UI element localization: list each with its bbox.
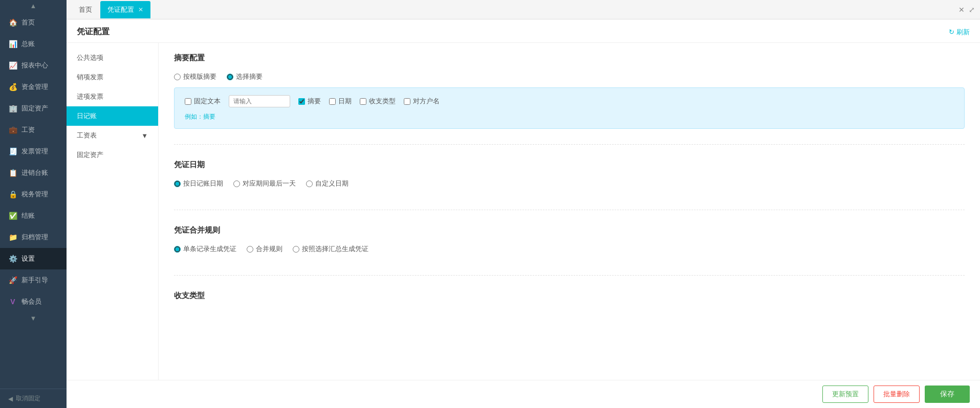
nav-journal[interactable]: 日记账: [67, 106, 158, 126]
counterpart-checkbox-label[interactable]: 对方户名: [404, 97, 440, 106]
nav-payroll[interactable]: 工资表 ▼: [67, 126, 158, 145]
select-mode-option[interactable]: 选择摘要: [227, 72, 263, 81]
invoice-mgr-icon: 🧾: [8, 147, 17, 156]
merge-rules-option[interactable]: 合并规则: [247, 244, 282, 254]
sales-ledger-icon: 📋: [8, 168, 17, 177]
sidebar-item-close[interactable]: ✅ 结账: [0, 205, 67, 226]
income-type-section: 收支类型: [174, 291, 965, 325]
sidebar-scroll-down[interactable]: ▼: [0, 312, 67, 324]
merge-rules-section: 凭证合并规则 单条记录生成凭证 合并规则 按照选择汇总生成凭证: [174, 225, 965, 276]
date-checkbox-label[interactable]: 日期: [329, 97, 352, 106]
summary-config-title: 摘要配置: [174, 53, 965, 63]
select-summary-option[interactable]: 按照选择汇总生成凭证: [293, 244, 368, 254]
fixed-text-checkbox[interactable]: [185, 98, 191, 105]
home-icon: 🏠: [8, 18, 17, 27]
salary-icon: 💼: [8, 125, 17, 134]
body-layout: 公共选项 销项发票 进项发票 日记账 工资表 ▼ 固定资产: [67, 43, 980, 380]
sidebar-item-settings[interactable]: ⚙️ 设置: [0, 248, 67, 269]
sidebar-item-home[interactable]: 🏠 首页: [0, 12, 67, 33]
report-icon: 📈: [8, 61, 17, 70]
tab-home[interactable]: 首页: [72, 1, 99, 18]
bottom-bar: 更新预置 批量删除 保存: [67, 380, 980, 408]
template-mode-radio[interactable]: [174, 74, 181, 80]
tab-actions: ✕ ⤢: [959, 6, 975, 14]
abstract-checkbox-label[interactable]: 摘要: [298, 97, 321, 106]
template-mode-option[interactable]: 按模版摘要: [174, 72, 216, 81]
select-summary-radio[interactable]: [293, 246, 299, 253]
refresh-button[interactable]: ↻ 刷新: [949, 28, 970, 37]
right-content: 摘要配置 按模版摘要 选择摘要: [159, 43, 980, 380]
custom-date-option[interactable]: 自定义日期: [306, 179, 349, 188]
summary-checkboxes-row: 固定文本 摘要 日期: [185, 95, 954, 107]
page-header: 凭证配置 ↻ 刷新: [67, 19, 980, 43]
sidebar-item-sales-ledger[interactable]: 📋 进销台账: [0, 162, 67, 184]
sidebar-item-guide[interactable]: 🚀 新手引导: [0, 269, 67, 291]
sidebar-scroll-up[interactable]: ▲: [0, 0, 67, 12]
update-preview-button[interactable]: 更新预置: [822, 386, 868, 403]
close-window-button[interactable]: ✕: [959, 6, 965, 14]
tab-close-button[interactable]: ✕: [138, 6, 143, 13]
settings-icon: ⚙️: [8, 254, 17, 263]
nav-fixed-assets[interactable]: 固定资产: [67, 145, 158, 165]
nav-public[interactable]: 公共选项: [67, 48, 158, 67]
single-record-option[interactable]: 单条记录生成凭证: [174, 244, 236, 254]
merge-rules-radio[interactable]: [247, 246, 253, 253]
voucher-date-section: 凭证日期 按日记账日期 对应期间最后一天 自定义日期: [174, 160, 965, 210]
summary-example: 例如：摘要: [185, 112, 954, 121]
custom-date-radio[interactable]: [306, 180, 313, 187]
main-area: 首页 凭证配置 ✕ ✕ ⤢ 凭证配置 ↻ 刷新 公共选项: [67, 0, 980, 408]
close-accounts-icon: ✅: [8, 211, 17, 220]
sidebar-item-salary[interactable]: 💼 工资: [0, 119, 67, 141]
sidebar-pin-button[interactable]: ◀ 取消固定: [0, 389, 67, 408]
sidebar-item-member[interactable]: V 畅会员: [0, 291, 67, 312]
guide-icon: 🚀: [8, 276, 17, 285]
save-button[interactable]: 保存: [925, 386, 970, 403]
assets-icon: 🏢: [8, 104, 17, 113]
tab-bar: 首页 凭证配置 ✕ ✕ ⤢: [67, 0, 980, 19]
merge-rules-title: 凭证合并规则: [174, 225, 965, 235]
sidebar-item-funds[interactable]: 💰 资金管理: [0, 76, 67, 98]
summary-config-section: 摘要配置 按模版摘要 选择摘要: [174, 53, 965, 145]
sidebar-item-tax[interactable]: 🔒 税务管理: [0, 184, 67, 205]
member-icon: V: [8, 297, 17, 306]
income-type-checkbox-label[interactable]: 收支类型: [360, 97, 396, 106]
income-type-checkbox[interactable]: [360, 98, 366, 105]
period-last-day-radio[interactable]: [233, 180, 240, 187]
single-record-radio[interactable]: [174, 246, 181, 253]
sidebar-item-invoice-mgr[interactable]: 🧾 发票管理: [0, 141, 67, 162]
voucher-date-title: 凭证日期: [174, 160, 965, 170]
maximize-window-button[interactable]: ⤢: [969, 6, 975, 14]
left-nav: 公共选项 销项发票 进项发票 日记账 工资表 ▼ 固定资产: [67, 43, 159, 380]
tab-voucher[interactable]: 凭证配置 ✕: [100, 1, 150, 18]
income-type-title: 收支类型: [174, 291, 965, 301]
merge-rules-options: 单条记录生成凭证 合并规则 按照选择汇总生成凭证: [174, 244, 965, 254]
counterpart-checkbox[interactable]: [404, 98, 410, 105]
sidebar-item-ledger[interactable]: 📊 总账: [0, 33, 67, 55]
nav-purchase-invoice[interactable]: 进项发票: [67, 87, 158, 106]
payroll-expand-icon: ▼: [141, 132, 148, 140]
page-content: 凭证配置 ↻ 刷新 公共选项 销项发票 进项发票 日记账: [67, 19, 980, 408]
journal-date-radio[interactable]: [174, 180, 181, 187]
archive-icon: 📁: [8, 233, 17, 242]
refresh-icon: ↻: [949, 28, 954, 36]
sidebar-item-archive[interactable]: 📁 归档管理: [0, 226, 67, 248]
date-checkbox[interactable]: [329, 98, 336, 105]
summary-config-box: 固定文本 摘要 日期: [174, 87, 965, 129]
sidebar-item-report[interactable]: 📈 报表中心: [0, 55, 67, 76]
abstract-checkbox[interactable]: [298, 98, 305, 105]
funds-icon: 💰: [8, 82, 17, 92]
select-mode-radio[interactable]: [227, 74, 233, 80]
page-title: 凭证配置: [77, 27, 110, 37]
tax-icon: 🔒: [8, 190, 17, 199]
sidebar: ▲ 🏠 首页 📊 总账 📈 报表中心 💰 资金管理 🏢 固定资产 💼 工资 🧾 …: [0, 0, 67, 408]
sidebar-item-assets[interactable]: 🏢 固定资产: [0, 98, 67, 119]
fixed-text-checkbox-label[interactable]: 固定文本: [185, 97, 221, 106]
nav-sales-invoice[interactable]: 销项发票: [67, 67, 158, 87]
journal-date-option[interactable]: 按日记账日期: [174, 179, 223, 188]
period-last-day-option[interactable]: 对应期间最后一天: [233, 179, 296, 188]
batch-delete-button[interactable]: 批量删除: [874, 386, 920, 403]
voucher-date-options: 按日记账日期 对应期间最后一天 自定义日期: [174, 179, 965, 188]
ledger-icon: 📊: [8, 39, 17, 49]
pin-icon: ◀: [8, 395, 13, 402]
fixed-text-input[interactable]: [229, 95, 290, 107]
